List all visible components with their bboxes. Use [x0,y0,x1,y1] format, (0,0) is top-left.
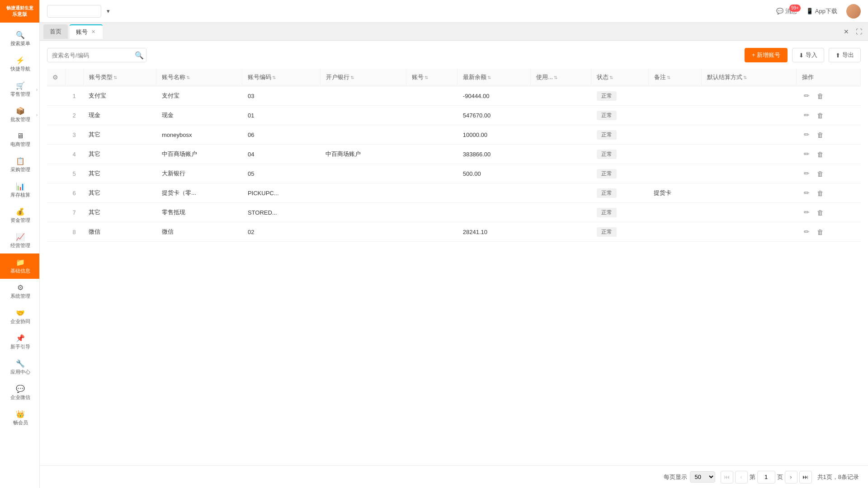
sidebar-item-app_center[interactable]: 🔧 应用中心 [0,355,39,380]
row-usage-5 [531,183,591,203]
message-badge: 99+ [789,5,801,12]
sidebar-item-label-member: 畅会员 [13,419,28,426]
delete-button-5[interactable]: 🗑 [815,188,826,198]
main-area: ▾ 💬 消息 99+ 📱 App下载 首页账号✕ ✕ ⛶ [40,0,868,488]
topbar-left: ▾ [47,5,110,18]
sidebar-item-agreement[interactable]: 🤝 企业协同 [0,304,39,329]
sidebar: 畅捷通财生意 乐意版 🔍 搜索菜单 ⚡ 快捷导航 🛒 零售管理 › 📦 批发管理… [0,0,40,488]
col-status-header[interactable]: 状态⇅ [591,69,649,86]
col-remark-header[interactable]: 备注⇅ [648,69,701,86]
tab-close-accounts[interactable]: ✕ [90,29,96,35]
edit-button-2[interactable]: ✏ [802,130,811,140]
col-settings-header[interactable]: ⚙ [47,69,65,86]
app-download-button[interactable]: 📱 App下载 [806,7,837,15]
page-number-input[interactable] [757,471,775,483]
next-page-button[interactable]: › [785,471,797,483]
shortcut-icon: ⚡ [16,56,25,65]
delete-button-3[interactable]: 🗑 [815,149,826,159]
edit-button-7[interactable]: ✏ [802,227,811,237]
edit-button-6[interactable]: ✏ [802,207,811,217]
page-prefix-label: 第 [750,473,755,481]
col-name-header[interactable]: 账号名称⇅ [156,69,242,86]
per-page-label: 每页显示 [664,473,687,481]
row-default-settle-7 [702,222,797,242]
export-button[interactable]: ⬆ 导出 [829,48,861,62]
edit-button-4[interactable]: ✏ [802,169,811,178]
col-account-header[interactable]: 账号⇅ [406,69,458,86]
sidebar-item-member[interactable]: 👑 畅会员 [0,405,39,431]
delete-button-6[interactable]: 🗑 [815,207,826,217]
tab-home[interactable]: 首页 [43,24,68,39]
row-actions-6: ✏ 🗑 [797,203,861,222]
row-account-6 [406,203,458,222]
import-button[interactable]: ⬇ 导入 [792,48,824,62]
row-status-1: 正常 [591,106,649,125]
row-usage-7 [531,222,591,242]
table-row: 1 支付宝 支付宝 03 -90444.00 正常 ✏ 🗑 [47,86,861,106]
row-default-settle-5 [702,183,797,203]
import-icon: ⬇ [799,52,804,59]
search-input[interactable] [47,52,132,59]
sidebar-item-search[interactable]: 🔍 搜索菜单 [0,26,39,52]
edit-button-0[interactable]: ✏ [802,91,811,101]
search-button[interactable]: 🔍 [132,48,146,62]
sidebar-item-retail[interactable]: 🛒 零售管理 › [0,77,39,102]
topbar-dropdown[interactable]: ▾ [107,8,110,14]
col-type-header[interactable]: 账号类型⇅ [83,69,156,86]
edit-button-5[interactable]: ✏ [802,188,811,198]
row-code-4: 05 [242,164,320,183]
sidebar-item-finance[interactable]: 💰 资金管理 [0,203,39,228]
sidebar-item-guide[interactable]: 📌 新手引导 [0,329,39,355]
delete-button-4[interactable]: 🗑 [815,169,826,178]
row-status-0: 正常 [591,86,649,106]
per-page-control: 每页显示 50 20 100 [664,471,715,483]
row-code-0: 03 [242,86,320,106]
last-page-button[interactable]: ⏭ [799,471,812,483]
col-bank-header[interactable]: 开户银行⇅ [320,69,406,86]
sidebar-item-system[interactable]: ⚙ 系统管理 [0,279,39,304]
sidebar-item-purchase[interactable]: 📋 采购管理 [0,152,39,178]
row-account-5 [406,183,458,203]
edit-button-3[interactable]: ✏ [802,149,811,159]
per-page-select[interactable]: 50 20 100 [690,471,715,483]
pagination-control: ⏮ ‹ 第 页 › ⏭ [721,471,812,483]
tab-maximize-button[interactable]: ⛶ [854,26,864,37]
sidebar-item-corp_wx[interactable]: 💬 企业微信 [0,380,39,405]
row-type-7: 微信 [83,222,156,242]
col-code-header[interactable]: 账号编码⇅ [242,69,320,86]
delete-button-2[interactable]: 🗑 [815,130,826,140]
sidebar-item-basic[interactable]: 📁 基础信息 [0,253,39,279]
row-remark-5: 提货卡 [648,183,701,203]
chevron-right-icon: › [36,87,38,92]
sidebar-item-inventory[interactable]: 📊 库存核算 [0,178,39,203]
sidebar-item-label-corp_wx: 企业微信 [10,394,30,401]
sidebar-item-operations[interactable]: 📈 经营管理 [0,228,39,253]
row-status-2: 正常 [591,125,649,145]
topbar-search-input[interactable] [47,5,101,18]
delete-button-7[interactable]: 🗑 [815,227,826,237]
message-button[interactable]: 💬 消息 99+ [776,7,797,15]
row-name-1: 现金 [156,106,242,125]
tab-minimize-button[interactable]: ✕ [841,26,852,37]
user-avatar[interactable] [846,4,861,19]
first-page-button[interactable]: ⏮ [721,471,733,483]
row-balance-7: 28241.10 [458,222,531,242]
delete-button-0[interactable]: 🗑 [815,91,826,101]
row-code-6: STORED... [242,203,320,222]
tab-label-home: 首页 [50,28,61,36]
row-bank-5 [320,183,406,203]
sidebar-item-ecommerce[interactable]: 🖥 电商管理 [0,127,39,152]
add-account-button[interactable]: + 新增账号 [745,48,788,62]
delete-button-1[interactable]: 🗑 [815,110,826,120]
sidebar-item-wholesale[interactable]: 📦 批发管理 › [0,102,39,127]
edit-button-1[interactable]: ✏ [802,110,811,120]
sidebar-item-shortcut[interactable]: ⚡ 快捷导航 [0,52,39,77]
row-remark-0 [648,86,701,106]
system-icon: ⚙ [17,283,24,292]
row-balance-2: 10000.00 [458,125,531,145]
prev-page-button[interactable]: ‹ [735,471,748,483]
col-balance-header[interactable]: 最新余额⇅ [458,69,531,86]
tab-accounts[interactable]: 账号✕ [70,24,103,39]
col-usage-header[interactable]: 使用...⇅ [531,69,591,86]
col-default-settle-header[interactable]: 默认结算方式⇅ [702,69,797,86]
